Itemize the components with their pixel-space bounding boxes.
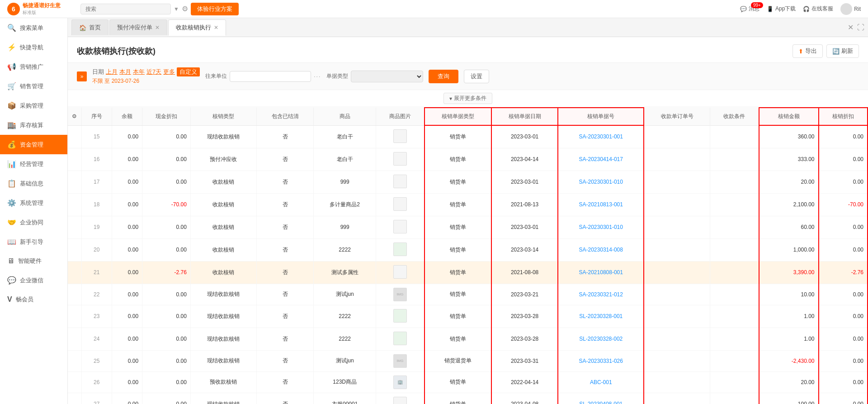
- sidebar-item-wechat[interactable]: 💬 企业微信: [0, 271, 67, 290]
- td-writeoff-doc-no: ABC-001: [558, 371, 644, 393]
- td-balance: 0.00: [112, 171, 142, 193]
- expand-more-conditions-button[interactable]: ▾ 展开更多条件: [443, 93, 492, 104]
- td-writeoff-discount: 0.00: [819, 125, 868, 148]
- td-writeoff-amount: 20.00: [759, 371, 819, 393]
- doc-type-select[interactable]: [351, 71, 423, 82]
- sidebar-item-search[interactable]: 🔍 搜索菜单: [0, 18, 67, 38]
- handshake-icon: 🤝: [7, 218, 16, 227]
- td-writeoff-amount: 360.00: [759, 125, 819, 148]
- td-settings: [68, 216, 81, 238]
- date-custom[interactable]: 自定义: [177, 67, 200, 76]
- sidebar-item-quick-nav[interactable]: ⚡ 快捷导航: [0, 38, 67, 57]
- goods-image: [393, 152, 407, 166]
- td-row-num: 15: [81, 125, 112, 148]
- top-bar-right: 💬 消息 99+ 📱 App下载 🎧 在线客服 Rit: [740, 3, 861, 15]
- sidebar-item-basics[interactable]: 📋 基础信息: [0, 174, 67, 193]
- close-tab-button[interactable]: ✕: [848, 23, 854, 32]
- td-balance: 0.00: [112, 193, 142, 216]
- sidebar-item-member[interactable]: V 畅会员: [0, 290, 67, 309]
- td-row-num: 16: [81, 148, 112, 171]
- date-last7[interactable]: 近7天: [146, 68, 161, 76]
- table-row: 19 0.00 0.00 收款核销 否 999 销货单 2023-03-01 S…: [68, 216, 868, 238]
- writeoff-doc-no-link[interactable]: SA-20230331-026: [579, 358, 623, 364]
- td-receipt-order-no: [644, 350, 710, 371]
- maximize-tab-button[interactable]: ⛶: [857, 24, 864, 32]
- writeoff-doc-no-link[interactable]: SA-20230414-017: [579, 156, 623, 162]
- sidebar-item-finance[interactable]: 💰 资金管理: [0, 135, 67, 154]
- td-writeoff-discount: 0.00: [819, 350, 868, 371]
- td-receipt-order-no: [644, 284, 710, 305]
- sidebar-item-system[interactable]: ⚙️ 系统管理: [0, 193, 67, 213]
- settings-button[interactable]: 设置: [464, 70, 489, 83]
- online-service-item[interactable]: 🎧 在线客服: [803, 5, 833, 13]
- writeoff-doc-no-link[interactable]: SA-20230301-001: [579, 133, 623, 140]
- counterpart-input[interactable]: [230, 71, 311, 82]
- writeoff-doc-no-link[interactable]: SA-20230301-010: [579, 224, 623, 230]
- top-search-input[interactable]: [80, 4, 171, 14]
- writeoff-doc-no-link[interactable]: SA-20230314-008: [579, 247, 623, 253]
- writeoff-doc-no-link[interactable]: SL-20230328-002: [579, 336, 623, 342]
- date-this-year[interactable]: 本年: [133, 68, 145, 76]
- table-container[interactable]: ⚙ 序号 余额 现金折扣 核销类型 包含已结清 商品 商品图片 核销单据类型 核…: [68, 107, 868, 404]
- td-goods: 2222: [314, 238, 376, 261]
- export-button[interactable]: ⬆ 导出: [793, 44, 823, 58]
- tab-writeoff-close[interactable]: ✕: [214, 24, 218, 31]
- writeoff-doc-no-link[interactable]: SA-20230321-012: [579, 291, 623, 298]
- writeoff-doc-no-link[interactable]: SA-20210808-001: [579, 269, 623, 276]
- user-info[interactable]: Rit: [840, 3, 861, 15]
- td-writeoff-doc-type: 销货单: [425, 393, 491, 404]
- filter-bar: » 日期 上月 本月 本年 近7天 更多 自定义 不限 至 2023-07-26…: [68, 63, 868, 90]
- date-last-month[interactable]: 上月: [106, 68, 118, 76]
- industry-solution-button[interactable]: 体验行业方案: [191, 3, 239, 15]
- tab-bar: 🏠 首页 预付冲应付单 ✕ 收款核销执行 ✕ ✕ ⛶: [68, 18, 868, 37]
- tab-writeoff[interactable]: 收款核销执行 ✕: [168, 19, 226, 36]
- settings-icon[interactable]: ⚙: [182, 5, 188, 13]
- td-goods: 123D商品: [314, 371, 376, 393]
- wechat-icon: 💬: [7, 276, 16, 285]
- th-settings[interactable]: ⚙: [68, 108, 81, 125]
- td-receipt-condition: [710, 125, 759, 148]
- sidebar-item-purchase[interactable]: 📦 采购管理: [0, 96, 67, 115]
- writeoff-doc-no-link[interactable]: SA-20210813-001: [579, 201, 623, 208]
- tab-prepay-close[interactable]: ✕: [155, 24, 160, 31]
- td-goods: 999: [314, 216, 376, 238]
- goods-image: [393, 332, 407, 345]
- td-cash-discount: 0.00: [142, 171, 191, 193]
- date-this-month[interactable]: 本月: [119, 68, 131, 76]
- refresh-button[interactable]: 🔄 刷新: [826, 44, 859, 58]
- sidebar-item-marketing[interactable]: 📢 营销推广: [0, 57, 67, 76]
- tab-prepay[interactable]: 预付冲应付单 ✕: [109, 19, 167, 35]
- sidebar-item-sales[interactable]: 🛒 销售管理: [0, 76, 67, 96]
- sidebar-item-hardware[interactable]: 🖥 智能硬件: [0, 252, 67, 271]
- sidebar-item-inventory[interactable]: 🏬 库存核算: [0, 115, 67, 135]
- td-goods-img: [376, 261, 425, 284]
- sidebar-item-operations[interactable]: 📊 经营管理: [0, 154, 67, 174]
- th-writeoff-doc-type: 核销单据类型: [425, 108, 491, 125]
- td-settings: [68, 305, 81, 328]
- td-cash-discount: 0.00: [142, 393, 191, 404]
- th-goods: 商品: [314, 108, 376, 125]
- sidebar-item-guide[interactable]: 📖 新手引导: [0, 232, 67, 252]
- dropdown-arrow[interactable]: ▼: [174, 6, 179, 12]
- td-writeoff-doc-no: SA-20230331-026: [558, 350, 644, 371]
- td-row-num: 22: [81, 284, 112, 305]
- query-button[interactable]: 查询: [429, 70, 458, 83]
- td-writeoff-amount: 100.00: [759, 393, 819, 404]
- td-writeoff-type: 现结收款核销: [190, 393, 256, 404]
- td-row-num: 19: [81, 216, 112, 238]
- message-icon-item[interactable]: 💬 消息 99+: [740, 5, 760, 13]
- td-included: 否: [257, 193, 314, 216]
- app-download-item[interactable]: 📱 App下载: [767, 5, 796, 13]
- tab-home[interactable]: 🏠 首页: [71, 19, 108, 35]
- writeoff-doc-no-link[interactable]: SL-20230328-001: [579, 313, 623, 319]
- headset-icon: 🎧: [803, 6, 810, 12]
- td-writeoff-type: 预付冲应收: [190, 148, 256, 171]
- date-more[interactable]: 更多: [163, 68, 175, 76]
- sidebar-item-collab[interactable]: 🤝 企业协同: [0, 213, 67, 232]
- writeoff-doc-no-link[interactable]: SA-20230301-010: [579, 179, 623, 185]
- filter-expand-arrow[interactable]: »: [77, 71, 87, 81]
- writeoff-doc-no-link[interactable]: ABC-001: [590, 379, 612, 385]
- page-header: 收款核销执行(按收款) ⬆ 导出 🔄 刷新: [68, 37, 868, 63]
- td-writeoff-doc-date: 2023-03-01: [491, 125, 558, 148]
- writeoff-doc-no-link[interactable]: SL-20230408-001: [579, 401, 623, 404]
